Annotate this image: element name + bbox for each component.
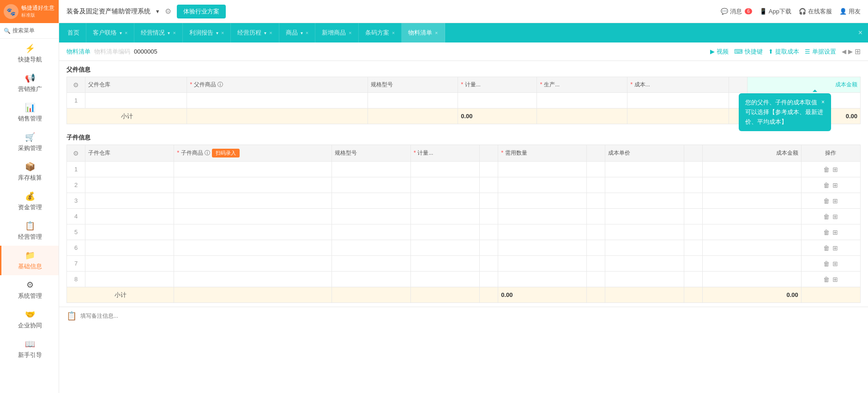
child-settings-icon[interactable]: ⚙ <box>73 150 79 157</box>
parent-settings-icon[interactable]: ⚙ <box>73 81 79 89</box>
parent-unit-cell[interactable] <box>458 93 537 109</box>
app-download-item[interactable]: 📱 App下载 <box>760 7 791 16</box>
child-warehouse-8[interactable] <box>85 272 174 287</box>
nav-left-icon[interactable]: ◀ <box>842 48 846 55</box>
child-warehouse-3[interactable] <box>85 193 174 209</box>
copy-icon-3[interactable]: ⊞ <box>832 197 838 205</box>
parent-prod-cell[interactable] <box>537 93 627 109</box>
child-qty-1[interactable] <box>498 162 587 177</box>
parent-cost-cell[interactable] <box>627 93 729 109</box>
child-unit-cost-3[interactable] <box>605 193 684 209</box>
parent-warehouse-cell[interactable] <box>85 93 187 109</box>
child-amount-4[interactable] <box>703 209 802 224</box>
child-qty-5[interactable] <box>498 224 587 240</box>
parent-spec-cell[interactable] <box>368 93 458 109</box>
child-spec-1[interactable] <box>332 162 410 177</box>
child-product-8[interactable] <box>174 272 332 287</box>
tab-home[interactable]: 首页 <box>61 23 86 42</box>
child-spec-5[interactable] <box>332 224 410 240</box>
tab-profit[interactable]: 利润报告 ▾ × <box>183 23 231 42</box>
tab-goods-close[interactable]: × <box>306 30 308 36</box>
tab-customer-close[interactable]: × <box>125 30 127 36</box>
child-product-4[interactable] <box>174 209 332 224</box>
sidebar-item-purchase[interactable]: 🛒 采购管理 <box>0 127 59 157</box>
child-spec-4[interactable] <box>332 209 410 224</box>
child-product-2[interactable] <box>174 177 332 193</box>
note-input[interactable] <box>80 313 861 319</box>
copy-icon-5[interactable]: ⊞ <box>832 229 838 236</box>
child-amount-8[interactable] <box>703 272 802 287</box>
child-amount-3[interactable] <box>703 193 802 209</box>
child-spec-7[interactable] <box>332 256 410 272</box>
child-warehouse-6[interactable] <box>85 240 174 256</box>
child-warehouse-2[interactable] <box>85 177 174 193</box>
child-product-6[interactable] <box>174 240 332 256</box>
sidebar-item-finance[interactable]: 💰 资金管理 <box>0 187 59 216</box>
child-unit-6[interactable] <box>410 240 479 256</box>
tab-customer[interactable]: 客户联络 ▾ × <box>86 23 134 42</box>
tooltip-close-btn[interactable]: × <box>821 98 825 107</box>
child-unit-cost-6[interactable] <box>605 240 684 256</box>
delete-icon-1[interactable]: 🗑 <box>823 166 830 173</box>
child-unit-4[interactable] <box>410 209 479 224</box>
tab-history[interactable]: 经营历程 ▾ × <box>231 23 279 42</box>
child-qty-7[interactable] <box>498 256 587 272</box>
copy-icon-8[interactable]: ⊞ <box>832 276 838 283</box>
tab-goods[interactable]: 商品 ▾ × <box>279 23 315 42</box>
child-amount-7[interactable] <box>703 256 802 272</box>
settings-gear-icon[interactable]: ⚙ <box>165 7 171 16</box>
extract-cost-btn[interactable]: ⬆ 提取成本 <box>768 48 799 56</box>
tab-operations-status[interactable]: 经营情况 ▾ × <box>134 23 182 42</box>
user-item[interactable]: 👤 用友 <box>839 7 861 16</box>
trial-btn[interactable]: 体验行业方案 <box>177 5 226 18</box>
child-unit-5[interactable] <box>410 224 479 240</box>
child-unit-1[interactable] <box>410 162 479 177</box>
child-warehouse-7[interactable] <box>85 256 174 272</box>
sidebar-item-base-info[interactable]: 📁 基础信息 <box>0 246 59 275</box>
nav-right-icon[interactable]: ▶ <box>848 48 853 55</box>
online-service-item[interactable]: 🎧 在线客服 <box>799 7 832 16</box>
child-unit-cost-5[interactable] <box>605 224 684 240</box>
child-spec-6[interactable] <box>332 240 410 256</box>
delete-icon-5[interactable]: 🗑 <box>823 229 830 236</box>
delete-icon-8[interactable]: 🗑 <box>823 276 830 283</box>
child-unit-cost-1[interactable] <box>605 162 684 177</box>
tab-add-goods-close[interactable]: × <box>349 30 351 36</box>
child-amount-2[interactable] <box>703 177 802 193</box>
child-amount-6[interactable] <box>703 240 802 256</box>
copy-icon-6[interactable]: ⊞ <box>832 244 838 252</box>
sidebar-item-guide[interactable]: 📖 新手引导 <box>0 334 59 364</box>
view-video-btn[interactable]: ▶ 视频 <box>710 48 729 56</box>
child-unit-8[interactable] <box>410 272 479 287</box>
child-warehouse-1[interactable] <box>85 162 174 177</box>
sidebar-item-system[interactable]: ⚙ 系统管理 <box>0 275 59 305</box>
delete-icon-3[interactable]: 🗑 <box>823 197 830 205</box>
child-unit-3[interactable] <box>410 193 479 209</box>
child-qty-2[interactable] <box>498 177 587 193</box>
tab-bom-close[interactable]: × <box>435 30 438 36</box>
shortcut-btn[interactable]: ⌨ 快捷键 <box>734 48 763 56</box>
tab-barcode[interactable]: 条码方案 × <box>359 23 402 42</box>
child-spec-8[interactable] <box>332 272 410 287</box>
child-unit-cost-7[interactable] <box>605 256 684 272</box>
child-unit-cost-4[interactable] <box>605 209 684 224</box>
delete-icon-4[interactable]: 🗑 <box>823 213 830 220</box>
copy-icon-4[interactable]: ⊞ <box>832 213 838 220</box>
single-setting-btn[interactable]: ☰ 单据设置 <box>805 48 836 56</box>
grid-view-icon[interactable]: ⊞ <box>855 47 861 56</box>
sidebar-item-sales[interactable]: 📊 销售管理 <box>0 98 59 127</box>
child-qty-6[interactable] <box>498 240 587 256</box>
sidebar-item-operations[interactable]: 📋 经营管理 <box>0 216 59 246</box>
copy-icon-7[interactable]: ⊞ <box>832 260 838 267</box>
copy-icon-2[interactable]: ⊞ <box>832 181 838 189</box>
child-unit-cost-2[interactable] <box>605 177 684 193</box>
child-qty-4[interactable] <box>498 209 587 224</box>
child-spec-3[interactable] <box>332 193 410 209</box>
child-amount-1[interactable] <box>703 162 802 177</box>
tab-barcode-close[interactable]: × <box>392 30 395 36</box>
tab-profit-close[interactable]: × <box>221 30 224 36</box>
sidebar-item-quick-nav[interactable]: ⚡ 快捷导航 <box>0 39 59 68</box>
scan-btn[interactable]: 扫码录入 <box>212 149 240 157</box>
delete-icon-6[interactable]: 🗑 <box>823 244 830 252</box>
child-qty-8[interactable] <box>498 272 587 287</box>
